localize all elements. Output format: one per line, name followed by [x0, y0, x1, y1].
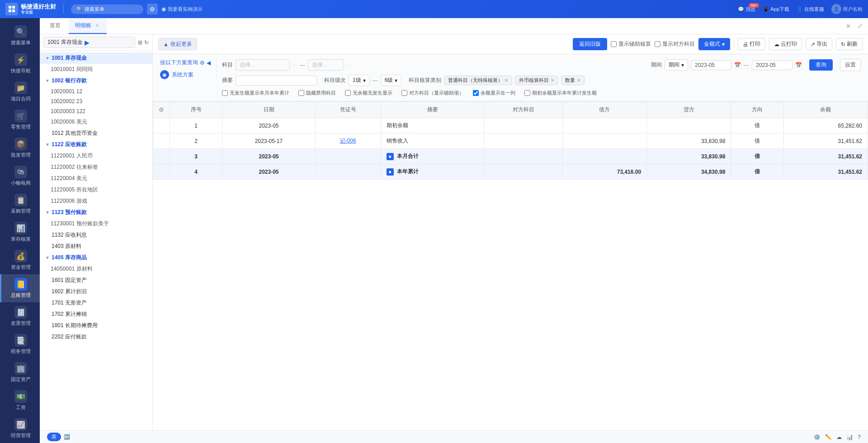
- scheme-label[interactable]: 系统方案: [172, 71, 193, 79]
- sidebar-item-operations[interactable]: 📈 经营管理: [0, 414, 40, 443]
- settings-btn[interactable]: 设置: [840, 59, 861, 71]
- tree-node-1602[interactable]: 1602 累计折旧: [40, 286, 152, 297]
- bottom-icon-1[interactable]: ⚙️: [814, 434, 821, 440]
- more-btn[interactable]: ▲ 收起更多: [158, 38, 197, 50]
- table-col-settings[interactable]: ⚙: [153, 102, 170, 118]
- show-opposite-checkbox[interactable]: 显示对方科目: [655, 40, 695, 48]
- tree-node-11230001[interactable]: 11230001 预付账款美于: [40, 218, 152, 229]
- tree-node-1001[interactable]: ▼ 1001 库存现金: [40, 52, 152, 64]
- export-btn[interactable]: ↗ 导出: [806, 38, 832, 50]
- app-download-btn[interactable]: 📱 App下载: [763, 6, 789, 13]
- tree-columns-icon[interactable]: ⊞: [138, 39, 142, 46]
- back-to-old-btn[interactable]: 返回旧版: [573, 38, 607, 50]
- print-btn[interactable]: 🖨 打印: [738, 38, 765, 50]
- opt-no-balance[interactable]: 无余额无发生显示: [345, 90, 392, 96]
- tree-node-14050001[interactable]: 14050001 原材料: [40, 263, 152, 275]
- sidebar-item-salary[interactable]: 💵 工资: [0, 386, 40, 414]
- table-body: 1 2023-05 期初余额 借 65,282.60: [153, 118, 868, 180]
- sidebar-item-tax[interactable]: 📑 税务管理: [0, 330, 40, 358]
- settings-icon[interactable]: ⚙: [147, 4, 158, 14]
- sidebar-item-purchase[interactable]: 📋 采购管理: [0, 190, 40, 218]
- bottom-translate-btn[interactable]: 英: [47, 433, 61, 441]
- bottom-icon-2[interactable]: ✏️: [825, 434, 832, 440]
- opt-no-occurrence[interactable]: 无发生额显示本月本年累计: [222, 90, 289, 96]
- period-end-input[interactable]: 2023-05: [752, 60, 793, 70]
- online-service-btn[interactable]: 👤 在线客服: [797, 6, 824, 13]
- tree-node-11220001[interactable]: 11220001 人民币: [40, 150, 152, 162]
- calendar-icon-end[interactable]: 📅: [795, 62, 802, 68]
- tree-node-11220002[interactable]: 11220002 往来标签: [40, 162, 152, 173]
- tree-node-10020001[interactable]: 10020001 12: [40, 86, 152, 96]
- sidebar-item-wholesale[interactable]: 📦 批发管理: [0, 134, 40, 162]
- tree-node-1801[interactable]: 1801 长期待摊费用: [40, 320, 152, 331]
- summary-input[interactable]: [236, 76, 317, 86]
- level-end-select[interactable]: 6级 ▾: [381, 75, 402, 86]
- calendar-icon-start[interactable]: 📅: [734, 62, 741, 68]
- tree-node-10010001[interactable]: 10010001 同同同: [40, 64, 152, 75]
- show-auxiliary-checkbox[interactable]: 显示辅助核算: [611, 40, 651, 48]
- subject-input-end[interactable]: 选择...: [308, 59, 344, 71]
- tree-node-1132[interactable]: 1132 应收利息: [40, 229, 152, 241]
- account-selector[interactable]: 1001 库存现金 ▶: [43, 37, 135, 48]
- bottom-icon-4[interactable]: 📊: [846, 434, 853, 440]
- bottom-lang-icon[interactable]: 🔤: [64, 434, 70, 440]
- opt-show-opposite[interactable]: 对方科目（显示辅助项）: [401, 90, 464, 96]
- demo-link[interactable]: ◉ 我要看实例演示: [161, 6, 203, 13]
- sidebar-item-project[interactable]: 📁 项目合同: [0, 78, 40, 106]
- sidebar-item-retail[interactable]: 🛒 零售管理: [0, 106, 40, 134]
- sidebar-item-assets[interactable]: 🏢 固定资产: [0, 358, 40, 386]
- opt-show-initial[interactable]: 期初余额显示本年累计发生额: [524, 90, 597, 96]
- sidebar-item-ledger[interactable]: 📒 总账管理: [0, 274, 40, 302]
- tree-node-2202[interactable]: 2202 应付账款: [40, 331, 152, 343]
- tree-refresh-icon[interactable]: ↻: [144, 39, 149, 46]
- window-close-icon[interactable]: ✕: [844, 22, 853, 31]
- bottom-icon-3[interactable]: ☁: [836, 434, 842, 440]
- tree-node-1601[interactable]: 1601 固定资产: [40, 275, 152, 286]
- tab-close-btn[interactable]: ×: [94, 23, 100, 29]
- level-start-select[interactable]: 1级 ▾: [349, 75, 370, 86]
- tab-home[interactable]: 首页: [43, 18, 67, 34]
- tag-remove-icon[interactable]: ✕: [551, 78, 554, 83]
- tree-node-1403[interactable]: 1403 原材料: [40, 241, 152, 252]
- subject-input[interactable]: 选择...: [236, 59, 290, 71]
- period-type-select[interactable]: 期间 ▾: [665, 59, 688, 71]
- tag-remove-icon[interactable]: ✕: [577, 78, 580, 83]
- cloud-print-btn[interactable]: ☁ 云打印: [769, 38, 802, 50]
- sidebar-item-label: 库存核算: [11, 236, 31, 243]
- sidebar-item-capital[interactable]: 💰 资金管理: [0, 246, 40, 274]
- tab-detail[interactable]: 明细账 ×: [69, 18, 107, 34]
- search-bar[interactable]: 🔍 搜索菜单: [71, 5, 143, 14]
- tree-node-1702[interactable]: 1702 累计摊销: [40, 309, 152, 320]
- amount-format-btn[interactable]: 金额式 ▾: [698, 38, 730, 50]
- refresh-btn[interactable]: ↻ 刷新: [836, 38, 863, 50]
- bottom-icon-5[interactable]: ?: [858, 434, 861, 440]
- opt-balance-in-one[interactable]: 余额显示在一列: [473, 90, 515, 96]
- opt-hide-inactive[interactable]: 隐藏禁用科目: [298, 90, 336, 96]
- tree-node-11220006[interactable]: 11220006 游戏: [40, 195, 152, 207]
- message-btn[interactable]: 💬 消息 99+: [738, 6, 755, 13]
- window-maximize-icon[interactable]: ⤢: [855, 22, 864, 31]
- tree-node-1122[interactable]: ▼ 1122 应收账款: [40, 139, 152, 150]
- expand-toggle[interactable]: 按以下方案查询 ⚙ ◀: [160, 59, 211, 67]
- sidebar-item-quick[interactable]: ⚡ 快捷导航: [0, 50, 40, 78]
- voucher-link[interactable]: 记-006: [340, 138, 356, 144]
- tag-remove-icon[interactable]: ✕: [505, 78, 508, 83]
- tree-node-11220005[interactable]: 11220005 所在地区: [40, 184, 152, 195]
- sidebar-item-inventory[interactable]: 📊 库存核算: [0, 218, 40, 246]
- period-start-input[interactable]: 2023-05: [691, 60, 731, 70]
- tree-node-1012[interactable]: 1012 其他货币资金: [40, 128, 152, 139]
- tree-node-1405[interactable]: ▼ 1405 库存商品: [40, 252, 152, 263]
- sidebar-item-search[interactable]: 🔍 搜索菜单: [0, 22, 40, 50]
- sidebar-item-ecommerce[interactable]: 🛍 小畅电商: [0, 162, 40, 190]
- tree-node-10020006[interactable]: 10020006 美元: [40, 116, 152, 128]
- tree-node-1701[interactable]: 1701 无形资产: [40, 297, 152, 309]
- tree-node-10020003[interactable]: 10020003 122: [40, 106, 152, 116]
- tree-node-1002[interactable]: ▼ 1002 银行存款: [40, 75, 152, 86]
- user-avatar[interactable]: 👤 用户名称: [831, 4, 863, 14]
- tree-node-1123[interactable]: ▼ 1123 预付账款: [40, 207, 152, 218]
- tree-node-10020002[interactable]: 10020002 23: [40, 96, 152, 106]
- sidebar-item-invoice[interactable]: 🧾 发票管理: [0, 302, 40, 330]
- table-settings-icon[interactable]: ⚙: [159, 106, 164, 113]
- query-btn[interactable]: 查询: [809, 59, 833, 71]
- tree-node-11220004[interactable]: 11220004 美元: [40, 173, 152, 184]
